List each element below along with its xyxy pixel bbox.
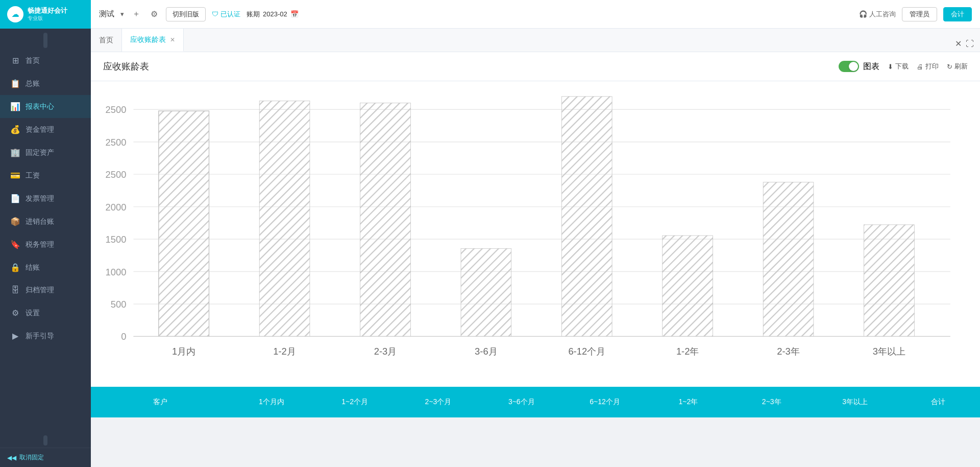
add-company-btn[interactable]: ＋ [130, 7, 142, 21]
switch-version-btn[interactable]: 切到旧版 [166, 7, 206, 21]
toggle-thumb [849, 62, 858, 71]
svg-text:1000: 1000 [106, 267, 127, 277]
sidebar-label-settings: 设置 [26, 309, 40, 318]
content-area: 应收账龄表 图表 ⬇ 下载 🖨 [91, 52, 980, 467]
sidebar-icon-tax: 🔖 [10, 240, 20, 249]
table-header: 客户1个月内1~2个月2~3个月3~6个月6~12个月1~2年2~3年3年以上合… [91, 387, 980, 417]
topbar: 测试 ▾ ＋ ⚙ 切到旧版 🛡 已认证 账期 2023-02 📅 🎧 人工咨询 … [91, 0, 980, 29]
sidebar-item-guide[interactable]: ▶ 新手引导 [0, 324, 91, 347]
bar-2-3year [763, 182, 814, 337]
page-actions: 图表 ⬇ 下载 🖨 打印 ↻ 刷新 [839, 61, 968, 72]
sidebar-item-close[interactable]: 🔒 结账 [0, 256, 91, 279]
shield-icon: 🛡 [212, 10, 218, 18]
tab-aging[interactable]: 应收账龄表✕ [122, 29, 184, 52]
chart-toggle[interactable]: 图表 [839, 61, 879, 72]
main-area: 测试 ▾ ＋ ⚙ 切到旧版 🛡 已认证 账期 2023-02 📅 🎧 人工咨询 … [91, 0, 980, 467]
bar-2-3month [360, 103, 411, 337]
tab-close-aging[interactable]: ✕ [170, 37, 175, 43]
svg-text:3年以上: 3年以上 [873, 346, 905, 357]
svg-text:2500: 2500 [106, 104, 127, 115]
tab-home[interactable]: 首页 [91, 29, 122, 52]
tabbar: 首页应收账龄表✕ ✕ ⛶ [91, 29, 980, 52]
svg-text:2-3月: 2-3月 [374, 346, 397, 357]
sidebar-item-home[interactable]: ⊞ 首页 [0, 49, 91, 72]
bar-3-6month [461, 248, 511, 336]
bar-1-2month [259, 101, 310, 336]
bar-3year-plus [864, 225, 915, 337]
sidebar-icon-ledger: 📋 [10, 79, 20, 88]
sidebar-scroll-down[interactable] [43, 435, 47, 446]
svg-text:2-3年: 2-3年 [777, 346, 800, 357]
sidebar-label-funds: 资金管理 [26, 125, 54, 134]
sidebar-icon-home: ⊞ [10, 56, 20, 65]
svg-text:1月内: 1月内 [172, 346, 195, 357]
expand-btn[interactable]: ⛶ [966, 39, 974, 49]
sidebar-item-funds[interactable]: 💰 资金管理 [0, 118, 91, 141]
sidebar-label-purchases: 进销台账 [26, 217, 54, 226]
svg-text:1-2年: 1-2年 [676, 346, 699, 357]
close-tab-btn[interactable]: ✕ [955, 39, 962, 49]
sidebar-item-reports[interactable]: 📊 报表中心 [0, 95, 91, 118]
sidebar-icon-salary: 💳 [10, 171, 20, 180]
chart-area: 2500 2500 2500 2000 1500 1000 500 0 [91, 81, 980, 387]
sidebar-label-archive: 归档管理 [26, 286, 54, 295]
bar-1-2year [663, 236, 713, 336]
settings-btn[interactable]: ⚙ [149, 7, 160, 21]
sidebar-scroll-up[interactable] [43, 33, 47, 48]
sidebar-icon-assets: 🏢 [10, 148, 20, 157]
sidebar-label-home: 首页 [26, 56, 40, 65]
sidebar-item-settings[interactable]: ⚙ 设置 [0, 301, 91, 324]
topbar-right: 🎧 人工咨询 管理员 会计 [859, 7, 972, 21]
logo-name: 畅捷通好会计 [28, 7, 67, 15]
svg-text:500: 500 [111, 299, 127, 310]
refresh-btn[interactable]: ↻ 刷新 [947, 62, 968, 71]
logo-sub: 专业版 [28, 15, 67, 22]
headphone-icon: 🎧 [859, 10, 867, 18]
logo-icon: ☁ [7, 6, 23, 22]
sidebar-item-archive[interactable]: 🗄 归档管理 [0, 279, 91, 301]
svg-text:6-12个月: 6-12个月 [568, 346, 605, 357]
table-header-1: 1个月内 [230, 387, 313, 417]
period-display: 账期 2023-02 📅 [247, 10, 299, 19]
table-header-3: 2~3个月 [397, 387, 480, 417]
sidebar-label-ledger: 总账 [26, 79, 40, 88]
company-name: 测试 [99, 9, 114, 19]
svg-text:0: 0 [121, 331, 126, 342]
company-dropdown-icon[interactable]: ▾ [120, 10, 124, 18]
sidebar-item-ledger[interactable]: 📋 总账 [0, 72, 91, 95]
calendar-icon[interactable]: 📅 [290, 10, 299, 18]
sidebar-item-salary[interactable]: 💳 工资 [0, 164, 91, 187]
print-btn[interactable]: 🖨 打印 [917, 62, 939, 71]
sidebar-icon-reports: 📊 [10, 102, 20, 111]
sidebar-label-close: 结账 [26, 263, 40, 272]
sidebar-label-reports: 报表中心 [26, 102, 54, 111]
sidebar-item-tax[interactable]: 🔖 税务管理 [0, 233, 91, 256]
print-icon: 🖨 [917, 63, 923, 71]
table-header-7: 2~3年 [730, 387, 813, 417]
sidebar-nav: ⊞ 首页 📋 总账 📊 报表中心 💰 资金管理 🏢 固定资产 💳 工资 📄 发票… [0, 49, 91, 433]
sidebar-icon-guide: ▶ [10, 331, 20, 341]
refresh-icon: ↻ [947, 63, 952, 71]
manager-btn[interactable]: 管理员 [902, 7, 937, 21]
svg-text:1-2月: 1-2月 [273, 346, 296, 357]
toggle-track[interactable] [839, 61, 859, 72]
table-header-8: 3年以上 [813, 387, 896, 417]
page-header: 应收账龄表 图表 ⬇ 下载 🖨 [91, 52, 980, 81]
page-panel: 应收账龄表 图表 ⬇ 下载 🖨 [91, 52, 980, 417]
sidebar: ☁ 畅捷通好会计 专业版 ⊞ 首页 📋 总账 📊 报表中心 💰 资金管理 🏢 固… [0, 0, 91, 467]
svg-text:2500: 2500 [106, 137, 127, 148]
tabbar-actions: ✕ ⛶ [955, 39, 980, 52]
service-btn[interactable]: 🎧 人工咨询 [859, 10, 896, 19]
table-header-5: 6~12个月 [563, 387, 646, 417]
accountant-btn[interactable]: 会计 [943, 7, 972, 21]
cancel-fixed-btn[interactable]: ◀◀ 取消固定 [0, 448, 91, 467]
table-header-9: 合计 [897, 387, 980, 417]
download-btn[interactable]: ⬇ 下载 [888, 62, 909, 71]
sidebar-item-assets[interactable]: 🏢 固定资产 [0, 141, 91, 164]
sidebar-item-purchases[interactable]: 📦 进销台账 [0, 210, 91, 233]
sidebar-label-salary: 工资 [26, 171, 40, 180]
sidebar-label-assets: 固定资产 [26, 148, 54, 157]
sidebar-item-invoice[interactable]: 📄 发票管理 [0, 187, 91, 210]
sidebar-icon-purchases: 📦 [10, 217, 20, 226]
tab-label-aging: 应收账龄表 [130, 35, 166, 44]
